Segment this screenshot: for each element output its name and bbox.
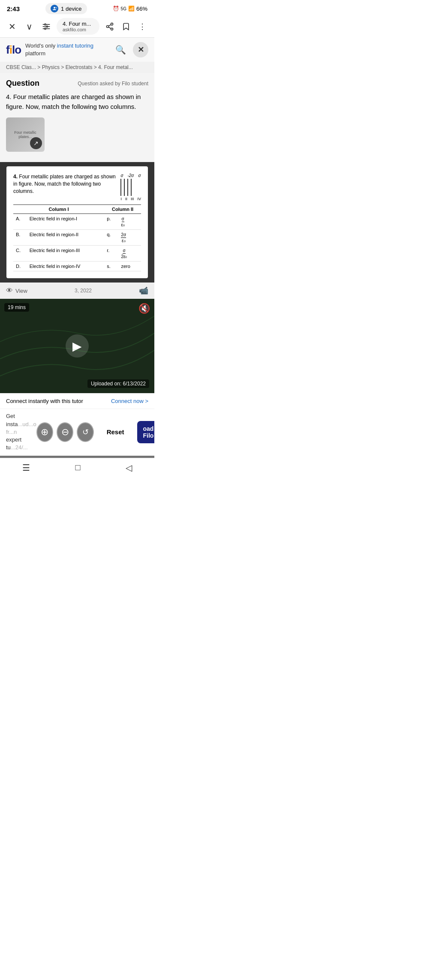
table-row: D. Electric field in region-IV s. zero bbox=[13, 262, 141, 271]
browser-nav: ✕ ∨ 4. Four m... askfilo.com bbox=[5, 18, 149, 35]
android-home-button[interactable]: □ bbox=[75, 463, 80, 472]
charge-minus2sigma: -2σ bbox=[127, 173, 134, 178]
battery-level: 66% bbox=[136, 6, 147, 12]
breadcrumb: CBSE Clas... > Physics > Electrostats > … bbox=[0, 62, 154, 73]
status-time: 2:43 bbox=[7, 5, 20, 12]
close-tab-button[interactable]: ✕ bbox=[5, 20, 19, 33]
search-icon[interactable]: 🔍 bbox=[115, 45, 126, 55]
svg-point-2 bbox=[45, 28, 46, 29]
row-d-key: D. bbox=[13, 262, 27, 271]
svg-point-0 bbox=[54, 7, 55, 9]
bookmark-button[interactable] bbox=[119, 20, 133, 33]
tab-settings-button[interactable] bbox=[39, 20, 53, 33]
row-c-col2: σ2ε₀ bbox=[118, 246, 141, 262]
tagline-highlight: instant tutoring bbox=[57, 42, 93, 49]
question-meta: Question asked by Filo student bbox=[78, 81, 148, 87]
url-bar[interactable]: 4. Four m... askfilo.com bbox=[57, 18, 99, 35]
popup-card: 4. Four metallic plates are charged as s… bbox=[6, 166, 148, 278]
connect-bar: Connect instantly with this tutor Connec… bbox=[0, 393, 154, 409]
row-c-key: C. bbox=[13, 246, 27, 262]
more-options-button[interactable]: ⋮ bbox=[135, 20, 149, 33]
promo-bar: Get insta...ud...o fr...n expert tu...24… bbox=[0, 409, 154, 456]
video-duration: 19 mins bbox=[4, 303, 29, 312]
alarm-icon: ⏰ bbox=[113, 6, 119, 12]
row-b-key: B. bbox=[13, 230, 27, 246]
columns-table: Column I Column II A. Electric field in … bbox=[13, 204, 141, 271]
region-I: I bbox=[120, 197, 122, 201]
row-b-col2: 2σε₀ bbox=[118, 230, 141, 246]
row-d-col2: zero bbox=[118, 262, 141, 271]
filo-close-button[interactable]: ✕ bbox=[133, 42, 148, 57]
svg-line-13 bbox=[108, 27, 111, 28]
tagline-part2: platform bbox=[25, 50, 45, 57]
row-a-key: A. bbox=[13, 214, 27, 230]
zoom-controls-row: ⊕ ⊖ ↺ Reset oad Filo bbox=[36, 421, 154, 443]
region-IV: IV bbox=[137, 197, 141, 201]
svg-point-11 bbox=[107, 25, 109, 27]
promo-text: Get insta...ud...o fr...n expert tu...24… bbox=[6, 412, 36, 451]
popup-overlay: 4. Four metallic plates are charged as s… bbox=[0, 162, 154, 283]
row-c-key2: r. bbox=[104, 246, 118, 262]
upload-date: Uploaded on: 6/13/2022 bbox=[87, 379, 149, 388]
zoom-in-button[interactable]: ⊕ bbox=[36, 422, 53, 442]
row-d-col1: Electric field in region-IV bbox=[27, 262, 104, 271]
mute-icon[interactable]: 🔇 bbox=[138, 303, 150, 314]
reset-zoom-circle-button[interactable]: ↺ bbox=[77, 422, 93, 442]
nav-actions: ⋮ bbox=[103, 20, 149, 33]
svg-line-14 bbox=[108, 24, 111, 26]
connect-text: Connect instantly with this tutor bbox=[6, 398, 83, 404]
status-center: 1 device bbox=[45, 3, 87, 14]
row-b-col1: Electric field in region-II bbox=[27, 230, 104, 246]
zoom-out-button[interactable]: ⊖ bbox=[57, 422, 73, 442]
video-section: 19 mins 🔇 ▶ Uploaded on: 6/13/2022 bbox=[0, 299, 154, 393]
filo-header: filo World's only instant tutoring platf… bbox=[0, 38, 154, 62]
signal-text: 5G bbox=[121, 6, 126, 11]
table-row: C. Electric field in region-III r. σ2ε₀ bbox=[13, 246, 141, 262]
view-label: View bbox=[15, 288, 27, 294]
charge-sigma2: σ bbox=[138, 173, 141, 178]
play-button[interactable]: ▶ bbox=[66, 334, 89, 358]
expand-tabs-button[interactable]: ∨ bbox=[22, 20, 36, 33]
row-a-col2: σε₀ bbox=[118, 214, 141, 230]
browser-chrome: ✕ ∨ 4. Four m... askfilo.com bbox=[0, 15, 154, 38]
tagline-part1: World's only bbox=[25, 42, 57, 49]
view-row: 👁 View 3, 2022 📹 bbox=[0, 283, 154, 299]
region-III: III bbox=[131, 197, 134, 201]
row-b-key2: q. bbox=[104, 230, 118, 246]
device-count: 1 device bbox=[61, 6, 81, 12]
charge-sigma1: σ bbox=[120, 173, 123, 178]
share-button[interactable] bbox=[103, 20, 117, 33]
reset-button[interactable]: Reset bbox=[97, 423, 134, 441]
col1-header: Column I bbox=[13, 205, 104, 214]
svg-point-12 bbox=[111, 28, 113, 30]
row-a-key2: p. bbox=[104, 214, 118, 230]
android-menu-button[interactable]: ☰ bbox=[22, 463, 30, 473]
video-icon: 📹 bbox=[139, 286, 148, 295]
android-nav-bar: ☰ □ ◁ bbox=[0, 458, 154, 477]
row-a-col1: Electric field in region-I bbox=[27, 214, 104, 230]
col2-header: Column II bbox=[104, 205, 141, 214]
image-thumb[interactable]: Four metallicplates... ↗ bbox=[6, 117, 45, 152]
svg-point-1 bbox=[45, 24, 46, 25]
popup-question-text: 4. Four metallic plates are charged as s… bbox=[13, 173, 117, 195]
main-content: Question Question asked by Filo student … bbox=[0, 73, 154, 162]
filo-tagline: World's only instant tutoring platform bbox=[25, 42, 111, 57]
row-d-key2: s. bbox=[104, 262, 118, 271]
connect-now-button[interactable]: Connect now > bbox=[111, 398, 148, 404]
status-right: ⏰ 5G 📶 66% bbox=[113, 6, 147, 12]
question-text: 4. Four metallic plates are charged as s… bbox=[6, 92, 148, 111]
filo-logo: filo bbox=[6, 43, 21, 57]
page-title: 4. Four m... bbox=[63, 21, 93, 27]
url-domain: askfilo.com bbox=[63, 27, 93, 32]
table-row: B. Electric field in region-II q. 2σε₀ bbox=[13, 230, 141, 246]
page-wrapper: filo World's only instant tutoring platf… bbox=[0, 38, 154, 458]
view-date: 3, 2022 bbox=[75, 288, 92, 294]
row-c-col1: Electric field in region-III bbox=[27, 246, 104, 262]
view-icon: 👁 bbox=[6, 287, 13, 295]
android-back-button[interactable]: ◁ bbox=[126, 463, 132, 473]
filo-logo-text: filo bbox=[6, 43, 21, 56]
download-filo-button[interactable]: oad Filo bbox=[137, 421, 155, 443]
question-header: Question Question asked by Filo student bbox=[6, 79, 148, 88]
image-preview: Four metallicplates... ↗ bbox=[6, 117, 45, 152]
device-icon bbox=[51, 5, 58, 12]
